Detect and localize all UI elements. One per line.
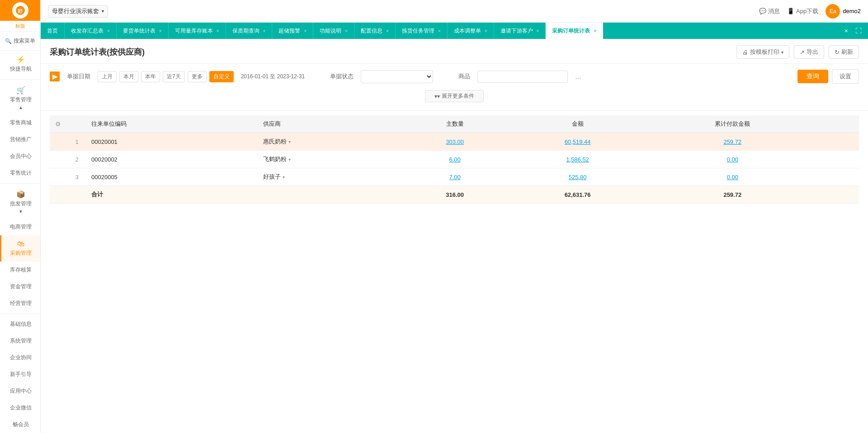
tab-baoyouqi-close[interactable]: × <box>263 29 266 33</box>
tab-yaohuodangtongji[interactable]: 要货单统计表 × <box>117 23 169 39</box>
search-icon: 🔍 <box>5 38 12 44</box>
sidebar-item-wholesale[interactable]: 📦 批发管理 ▼ <box>0 186 40 219</box>
search-sidebar-button[interactable]: 🔍 搜索菜单 <box>3 35 38 47</box>
export-button[interactable]: ↗ 导出 <box>794 45 824 59</box>
sidebar-logo[interactable]: 好 <box>0 0 40 21</box>
sidebar-item-retail[interactable]: 🛒 零售管理 ▲ <box>0 81 40 114</box>
sidebar-item-retailshop[interactable]: 零售商城 <box>0 114 40 131</box>
settings-button[interactable]: 设置 <box>832 69 859 84</box>
tab-close-all-button[interactable]: × <box>842 26 851 35</box>
sidebar-item-newuser[interactable]: 新手引导 <box>0 366 40 383</box>
date-btn-lastmonth[interactable]: 上月 <box>98 71 117 82</box>
status-select[interactable] <box>361 70 433 83</box>
sidebar-item-purchase[interactable]: 🛍 采购管理 <box>0 235 40 262</box>
goods-more-button[interactable]: ... <box>571 71 585 82</box>
sidebar-item-basic[interactable]: 基础信息 <box>0 316 40 333</box>
row-settings-2 <box>50 168 68 186</box>
sidebar-item-retail-stats[interactable]: 零售统计 <box>0 165 40 181</box>
date-btn-more[interactable]: 更多 <box>188 71 207 82</box>
goods-input[interactable] <box>477 71 568 83</box>
row-paid-0[interactable]: 259.72 <box>646 133 818 151</box>
app-download-button[interactable]: 📱 App下载 <box>787 7 818 15</box>
sidebar-item-member2[interactable]: 畅会员 <box>0 416 40 433</box>
tab-chengbentiaozhen-close[interactable]: × <box>485 29 487 33</box>
tab-gongneng[interactable]: 功能说明 × <box>313 23 354 39</box>
sidebar-item-ops[interactable]: 经营管理 <box>0 295 40 312</box>
tab-peizhi-close[interactable]: × <box>386 29 389 33</box>
supplier-dropdown-icon-0[interactable]: ▾ <box>288 139 291 144</box>
tab-baoyouqi[interactable]: 保质期查询 × <box>226 23 273 39</box>
row-amount-1[interactable]: 1,586.52 <box>509 151 646 168</box>
wholesale-icon: 📦 <box>16 190 25 199</box>
table-container: ⚙ 往来单位编码 供应商 主数量 金额 累计付款金额 1 <box>41 115 868 213</box>
avatar-initials: Ea <box>830 8 836 14</box>
tab-home-label: 首页 <box>47 27 58 35</box>
sidebar-item-corp[interactable]: 企业协同 <box>0 349 40 366</box>
table-row: 1 00020001 惠氏奶粉▾ 303.00 60,519.44 259.72 <box>50 133 859 151</box>
row-quantity-2[interactable]: 7.00 <box>401 168 509 186</box>
tab-home[interactable]: 首页 <box>41 23 65 39</box>
sidebar-item-sysadmin[interactable]: 系统管理 <box>0 333 40 349</box>
col-settings-icon[interactable]: ⚙ <box>55 120 61 128</box>
wechat-label: 企业微信 <box>10 404 32 412</box>
sidebar-item-member[interactable]: 会员中心 <box>0 148 40 165</box>
tab-paihuorenwu[interactable]: 拣货任务管理 × <box>396 23 448 39</box>
query-button[interactable]: 查询 <box>797 70 828 83</box>
page-header: 采购订单统计表(按供应商) 🖨 按模板打印 ▾ ↗ 导出 ↻ 刷新 <box>41 39 868 64</box>
filter-toggle-button[interactable]: ▶ <box>50 71 60 81</box>
sidebar-item-wechat[interactable]: 企业微信 <box>0 400 40 416</box>
footer-rownum-col <box>68 186 86 204</box>
date-btn-thisyear[interactable]: 本年 <box>141 71 160 82</box>
tab-gongneng-label: 功能说明 <box>320 27 341 35</box>
tab-caigoudingtongji-close[interactable]: × <box>594 29 596 33</box>
date-btn-7days[interactable]: 近7天 <box>163 71 185 82</box>
sidebar-item-inventory[interactable]: 库存核算 <box>0 262 40 278</box>
tab-yaoqingxiayouke-label: 邀请下游客户 <box>500 27 533 35</box>
supplier-dropdown-icon-2[interactable]: ▾ <box>283 175 285 180</box>
tab-chaochuyujing-close[interactable]: × <box>304 29 307 33</box>
tab-fullscreen-button[interactable]: ⛶ <box>853 26 864 35</box>
message-button[interactable]: 💬 消息 <box>759 7 780 15</box>
tab-keyongliang-close[interactable]: × <box>217 29 219 33</box>
tab-yaoqingxiayouke-close[interactable]: × <box>537 29 539 33</box>
tab-caigoudingtongji[interactable]: 采购订单统计表 × <box>546 23 603 39</box>
tab-peizhi-label: 配置信息 <box>361 27 382 35</box>
sidebar-item-finance[interactable]: 资金管理 <box>0 278 40 295</box>
member2-label: 畅会员 <box>13 421 29 428</box>
tab-paihuorenwu-close[interactable]: × <box>438 29 441 33</box>
row-quantity-0[interactable]: 303.00 <box>401 133 509 151</box>
sidebar-item-ecommerce[interactable]: 电商管理 <box>0 219 40 235</box>
tab-chaochuyujing[interactable]: 超储预警 × <box>272 23 313 39</box>
sidebar-item-quicknav[interactable]: ⚡ 快捷导航 <box>0 51 40 77</box>
goods-filter-group: ... <box>477 71 585 83</box>
tab-yaoqingxiayouke[interactable]: 邀请下游客户 × <box>494 23 546 39</box>
tab-yaohuodangtongji-close[interactable]: × <box>159 29 162 33</box>
footer-amount: 62,631.76 <box>509 186 646 204</box>
sidebar-item-marketing[interactable]: 营销推广 <box>0 131 40 148</box>
tab-chengbentiaozhen[interactable]: 成本调整单 × <box>448 23 494 39</box>
sidebar-item-appcenter[interactable]: 应用中心 <box>0 383 40 400</box>
tab-gongneng-close[interactable]: × <box>345 29 348 33</box>
filter-row-1: ▶ 单据日期 上月 本月 本年 近7天 更多 自定义 2016-01-01 至 … <box>50 69 859 84</box>
row-amount-2[interactable]: 525.80 <box>509 168 646 186</box>
row-quantity-1[interactable]: 6.00 <box>401 151 509 168</box>
topbar-right: 💬 消息 📱 App下载 Ea demo2 <box>759 4 861 19</box>
row-paid-2[interactable]: 0.00 <box>646 168 818 186</box>
date-btn-thismonth[interactable]: 本月 <box>119 71 138 82</box>
avatar: Ea <box>826 4 840 19</box>
tab-shoufaqhui-close[interactable]: × <box>107 29 110 33</box>
print-button[interactable]: 🖨 按模板打印 ▾ <box>736 45 789 59</box>
user-menu[interactable]: Ea demo2 <box>826 4 861 19</box>
purchase-label: 采购管理 <box>10 249 32 257</box>
tab-keyongliang[interactable]: 可用量库存账本 × <box>169 23 226 39</box>
refresh-button[interactable]: ↻ 刷新 <box>829 45 859 59</box>
workspace-dropdown[interactable]: 母婴行业演示账套 ▾ <box>48 5 108 18</box>
expand-more-button[interactable]: ▾▾ 展开更多条件 <box>425 90 484 102</box>
supplier-dropdown-icon-1[interactable]: ▾ <box>288 157 291 162</box>
tab-caigoudingtongji-label: 采购订单统计表 <box>552 27 590 35</box>
tab-shoufaqhui[interactable]: 收发存汇总表 × <box>65 23 117 39</box>
tab-peizhi[interactable]: 配置信息 × <box>354 23 396 39</box>
row-amount-0[interactable]: 60,519.44 <box>509 133 646 151</box>
print-label: 按模板打印 <box>750 48 779 56</box>
row-paid-1[interactable]: 0.00 <box>646 151 818 168</box>
